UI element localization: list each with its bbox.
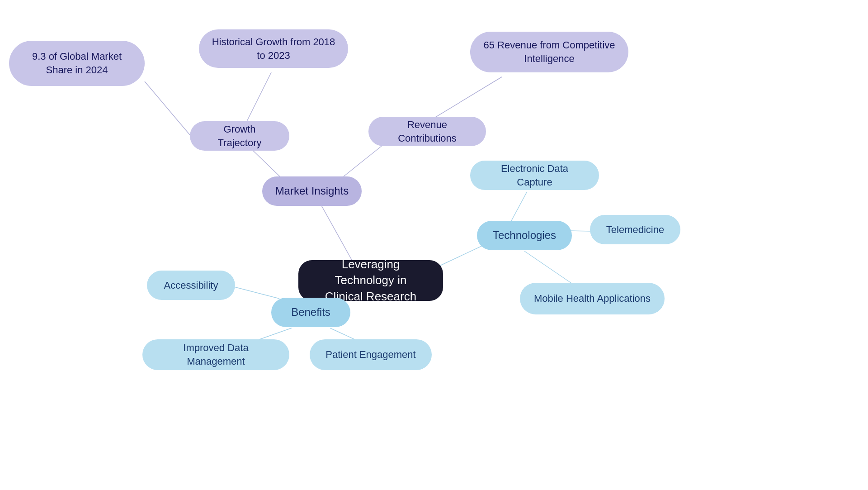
mobile-health-label: Mobile Health Applications [534,292,651,305]
benefits-node: Benefits [271,298,350,327]
center-node: Leveraging Technology in Clinical Resear… [298,260,443,301]
historical-growth-node: Historical Growth from 2018 to 2023 [199,29,348,68]
svg-line-6 [145,81,194,140]
technologies-label: Technologies [493,228,556,243]
growth-trajectory-node: Growth Trajectory [190,121,289,151]
svg-line-7 [427,77,502,122]
revenue-contributions-label: Revenue Contributions [381,118,473,145]
improved-data-management-label: Improved Data Management [155,341,277,368]
revenue-competitive-node: 65 Revenue from Competitive Intelligence [470,32,628,72]
accessibility-label: Accessibility [164,279,218,292]
electronic-data-capture-label: Electronic Data Capture [483,162,586,189]
electronic-data-capture-node: Electronic Data Capture [470,161,599,190]
global-market-share-node: 9.3 of Global Market Share in 2024 [9,41,145,86]
market-insights-label: Market Insights [275,184,349,198]
technologies-node: Technologies [477,221,572,250]
telemedicine-node: Telemedicine [590,215,680,244]
svg-line-10 [524,251,574,285]
center-label: Leveraging Technology in Clinical Resear… [311,257,430,304]
historical-growth-label: Historical Growth from 2018 to 2023 [212,35,335,62]
mobile-health-node: Mobile Health Applications [520,283,665,314]
patient-engagement-node: Patient Engagement [310,339,432,370]
benefits-label: Benefits [291,305,330,319]
global-market-share-label: 9.3 of Global Market Share in 2024 [22,50,132,76]
revenue-competitive-label: 65 Revenue from Competitive Intelligence [483,38,616,65]
growth-trajectory-label: Growth Trajectory [203,123,277,149]
revenue-contributions-node: Revenue Contributions [368,117,486,146]
svg-line-5 [244,72,271,127]
market-insights-node: Market Insights [262,176,362,206]
telemedicine-label: Telemedicine [606,223,664,237]
accessibility-node: Accessibility [147,271,235,300]
svg-line-8 [511,192,527,222]
improved-data-management-node: Improved Data Management [142,339,289,370]
patient-engagement-label: Patient Engagement [326,348,415,362]
svg-line-11 [231,286,279,299]
